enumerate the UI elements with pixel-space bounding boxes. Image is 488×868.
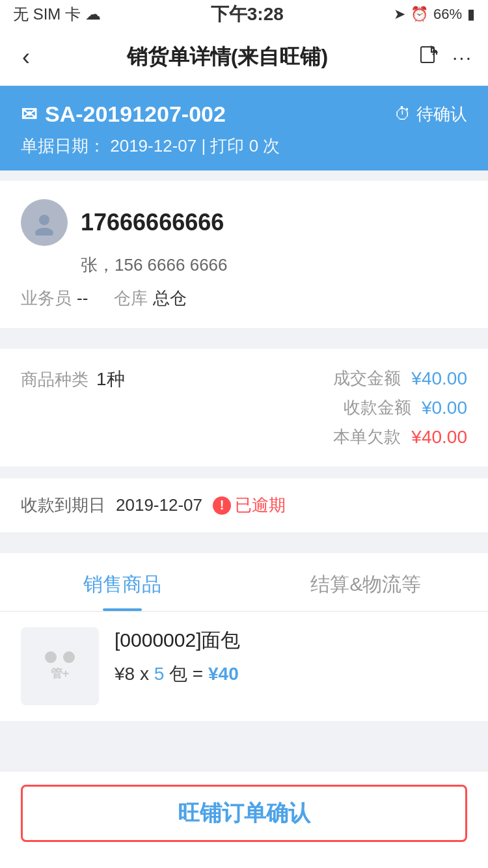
tab-sales-products[interactable]: 销售商品: [0, 553, 244, 611]
page-title: 销货单详情(来自旺铺): [127, 43, 328, 72]
status-bar: 无 SIM 卡 ☁ 下午3:28 ➤ ⏰ 66% ▮: [0, 0, 488, 29]
order-date-value: 2019-12-07: [110, 136, 197, 156]
divider-3: [0, 532, 488, 543]
order-status: ⏱ 待确认: [394, 103, 467, 126]
status-clock-icon: ⏱: [394, 104, 411, 124]
status-time: 下午3:28: [211, 2, 284, 27]
tabs-section: 销售商品 结算&物流等 管+ [0000002]面包 ¥8: [0, 553, 488, 721]
confirm-order-button[interactable]: 旺铺订单确认: [21, 785, 467, 842]
customer-top: 17666666666: [21, 199, 467, 246]
owl-brand-text: 管+: [51, 666, 70, 681]
summary-section: 商品种类 1种 成交金额 ¥40.00 收款金额 ¥0.00 本单欠款 ¥40.…: [0, 349, 488, 467]
due-date-value: 2019-12-07: [116, 495, 202, 515]
tab-settlement[interactable]: 结算&物流等: [244, 553, 488, 611]
confirm-button-wrap: 旺铺订单确认: [0, 772, 488, 868]
avatar: [21, 199, 68, 246]
alarm-icon: ⏰: [411, 6, 428, 23]
receipt-label: 收款金额: [344, 396, 411, 419]
svg-point-2: [35, 228, 53, 236]
salesperson-value: --: [77, 288, 88, 308]
owl-eyes: [45, 651, 75, 663]
summary-left: 商品种类 1种: [21, 367, 125, 392]
transaction-row: 成交金额 ¥40.00: [333, 367, 467, 390]
location-icon: ➤: [394, 6, 405, 23]
more-button[interactable]: ···: [452, 46, 472, 68]
due-amount-label: 本单欠款: [333, 426, 401, 448]
receipt-amount: ¥0.00: [422, 398, 467, 418]
due-amount-value: ¥40.00: [411, 427, 467, 448]
warehouse-value: 总仓: [153, 287, 187, 310]
transaction-amount: ¥40.00: [411, 368, 467, 389]
order-header: ✉ SA-20191207-002 ⏱ 待确认 单据日期： 2019-12-07…: [0, 86, 488, 170]
owl-right-eye: [63, 651, 75, 663]
category-count: 1种: [96, 367, 125, 392]
status-left: 无 SIM 卡 ☁: [13, 4, 101, 25]
overdue-text: 已逾期: [235, 494, 286, 517]
print-info: | 打印 0 次: [201, 136, 280, 156]
overdue-warning-icon: !: [213, 496, 231, 515]
transaction-label: 成交金额: [333, 367, 401, 390]
customer-name: 张，156 6666 6666: [21, 254, 467, 277]
product-price: ¥8 x 5 包 = ¥40: [115, 662, 467, 686]
salesperson-label: 业务员: [21, 287, 72, 310]
battery-icon: ▮: [467, 6, 475, 23]
due-date-label: 收款到期日: [21, 494, 105, 517]
unit-price: ¥8: [115, 664, 135, 684]
nav-bar: ‹ 销货单详情(来自旺铺) ···: [0, 29, 488, 86]
sim-status: 无 SIM 卡 ☁: [13, 4, 101, 25]
order-header-top: ✉ SA-20191207-002 ⏱ 待确认: [21, 102, 467, 127]
order-date-line: 单据日期： 2019-12-07 | 打印 0 次: [21, 135, 467, 157]
product-total: ¥40: [208, 664, 239, 684]
category-row: 商品种类 1种: [21, 367, 125, 392]
customer-meta: 业务员 -- 仓库 总仓: [21, 287, 467, 310]
customer-phone: 17666666666: [81, 209, 224, 236]
order-id: SA-20191207-002: [45, 102, 226, 127]
tab-sales-label: 销售商品: [83, 573, 161, 595]
tab-settlement-label: 结算&物流等: [310, 573, 421, 595]
tabs-bar: 销售商品 结算&物流等: [0, 553, 488, 612]
due-date-section: 收款到期日 2019-12-07 ! 已逾期: [0, 478, 488, 532]
status-right: ➤ ⏰ 66% ▮: [394, 6, 475, 23]
unit-label: 包: [169, 664, 187, 684]
customer-section: 17666666666 张，156 6666 6666 业务员 -- 仓库 总仓: [0, 181, 488, 328]
salesperson-item: 业务员 --: [21, 287, 88, 310]
product-qty: 5: [154, 664, 165, 684]
product-info: [0000002]面包 ¥8 x 5 包 = ¥40: [115, 627, 467, 686]
divider-1: [0, 328, 488, 338]
receipt-row: 收款金额 ¥0.00: [344, 396, 467, 419]
date-label: 单据日期：: [21, 136, 105, 156]
battery-level: 66%: [433, 6, 462, 23]
product-owl-logo: 管+: [45, 651, 75, 681]
back-button[interactable]: ‹: [16, 37, 36, 77]
equals-sign: =: [193, 664, 208, 684]
due-amount-row: 本单欠款 ¥40.00: [333, 426, 467, 448]
product-thumbnail: 管+: [21, 627, 99, 705]
divider-2: [0, 467, 488, 477]
overdue-badge: ! 已逾期: [213, 494, 286, 517]
status-label: 待确认: [416, 103, 467, 126]
order-number: ✉ SA-20191207-002: [21, 102, 226, 127]
share-button[interactable]: [418, 44, 439, 70]
product-name: [0000002]面包: [115, 627, 467, 654]
nav-actions: ···: [418, 44, 472, 70]
table-row: 管+ [0000002]面包 ¥8 x 5 包 = ¥40: [21, 627, 467, 705]
warehouse-label: 仓库: [114, 287, 148, 310]
warehouse-item: 仓库 总仓: [114, 287, 187, 310]
summary-right: 成交金额 ¥40.00 收款金额 ¥0.00 本单欠款 ¥40.00: [333, 367, 467, 448]
owl-left-eye: [45, 651, 57, 663]
multiply-sign: x: [140, 664, 154, 684]
category-label: 商品种类: [21, 368, 88, 391]
product-list: 管+ [0000002]面包 ¥8 x 5 包 = ¥40: [0, 612, 488, 721]
svg-point-1: [39, 215, 49, 225]
order-envelope-icon: ✉: [21, 103, 37, 126]
